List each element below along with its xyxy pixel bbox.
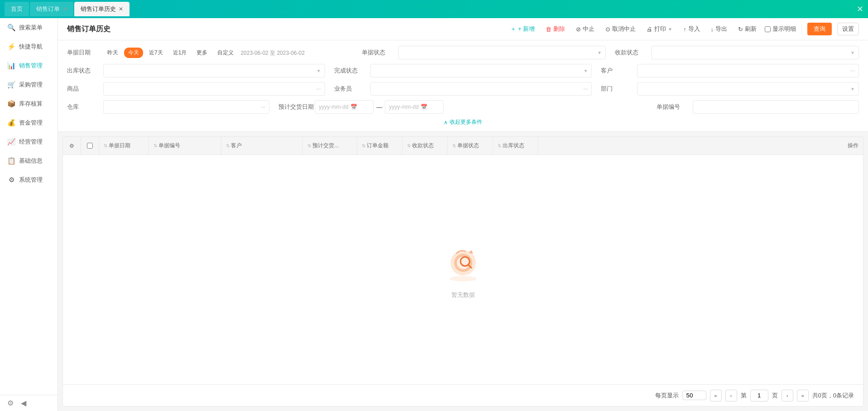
tab-home[interactable]: 首页	[5, 2, 29, 16]
sidebar-item-purchase-mgmt[interactable]: 🛒 采购管理	[0, 75, 58, 94]
tab-sales-order-label: 销售订单	[36, 5, 60, 13]
page-header: 销售订单历史 ＋ + 新增 🗑 删除 ⊘ 中止 ⊙ 取消中止	[58, 18, 868, 40]
out-status-select[interactable]: ▼	[103, 64, 325, 77]
import-icon: ↑	[683, 26, 686, 33]
warehouse-label: 仓库	[67, 103, 103, 111]
stop-label: 中止	[583, 25, 595, 33]
date-btn-more[interactable]: 更多	[192, 48, 211, 58]
order-status-select[interactable]: ▼	[398, 46, 606, 59]
collapse-label: 收起更多条件	[450, 118, 482, 126]
th-order-status[interactable]: ⇅ 单据状态	[448, 137, 493, 155]
product-label: 商品	[67, 85, 103, 93]
new-icon: ＋	[510, 25, 516, 33]
select-all-checkbox[interactable]	[87, 143, 93, 149]
print-icon: 🖨	[647, 26, 652, 33]
import-button[interactable]: ↑ 导入	[681, 23, 703, 35]
content-area: 销售订单历史 ＋ + 新增 🗑 删除 ⊘ 中止 ⊙ 取消中止	[58, 18, 868, 411]
sidebar-stock-mgmt-label: 库存核算	[19, 100, 43, 108]
th-out-status[interactable]: ⇅ 出库状态	[493, 137, 538, 155]
th-date[interactable]: ⇅ 单据日期	[99, 137, 149, 155]
stop-button[interactable]: ⊘ 中止	[573, 23, 597, 35]
complete-status-select[interactable]: ▼	[370, 64, 592, 77]
main-layout: 🔍 搜索菜单 ⚡ 快捷导航 📊 销售管理 🛒 采购管理 📦 库存核算 💰 资金管…	[0, 18, 868, 411]
th-delivery[interactable]: ⇅ 预计交货...	[303, 137, 357, 155]
tab-sales-order-close[interactable]: ✕	[62, 6, 67, 12]
page-label: 第	[741, 392, 747, 400]
total-label: 共0页，0条记录	[812, 392, 854, 400]
print-button[interactable]: 🖨 打印 ▼	[644, 23, 675, 35]
filter-row-2: 出库状态 ▼ 完成状态 ▼ 客户	[67, 64, 859, 77]
refresh-button[interactable]: ↻ 刷新	[735, 23, 759, 35]
prev-page-btn[interactable]: ‹	[725, 390, 737, 401]
cancel-stop-button[interactable]: ⊙ 取消中止	[603, 23, 638, 35]
sidebar-item-stock-mgmt[interactable]: 📦 库存核算	[0, 94, 58, 113]
sidebar-item-basic-info[interactable]: 📋 基础信息	[0, 151, 58, 170]
next-page-btn[interactable]: ›	[782, 390, 793, 401]
dept-arrow-icon: ▼	[850, 87, 855, 92]
date-btn-1month[interactable]: 近1月	[169, 48, 191, 58]
page-size-select[interactable]: 10 20 50 100	[682, 391, 706, 400]
warehouse-input[interactable]: ···	[103, 100, 269, 114]
th-customer[interactable]: ⇅ 客户	[221, 137, 303, 155]
sort-status-icon: ⇅	[452, 143, 456, 148]
page-label-2: 页	[772, 392, 778, 400]
delivery-date-end[interactable]: yyyy-mm-dd 📅	[385, 100, 444, 114]
query-button[interactable]: 查询	[807, 23, 832, 35]
dept-select[interactable]: ▼	[637, 82, 859, 96]
page-input[interactable]	[750, 390, 768, 401]
table-area: ⚙ ⇅ 单据日期 ⇅ 单据编号 ⇅ 客户 ⇅	[62, 136, 863, 406]
settings-button[interactable]: 设置	[837, 23, 859, 35]
receipt-status-select[interactable]: ▼	[651, 46, 859, 59]
sidebar-item-search-menu[interactable]: 🔍 搜索菜单	[0, 18, 58, 37]
first-page-btn[interactable]: «	[710, 390, 722, 401]
th-delivery-label: 预计交货...	[312, 142, 339, 150]
product-input[interactable]: ···	[103, 82, 325, 96]
delete-button[interactable]: 🗑 删除	[543, 23, 568, 35]
tab-sales-order-history-close[interactable]: ✕	[119, 6, 123, 12]
sidebar-settings-icon[interactable]: ⚙	[7, 399, 14, 407]
th-settings[interactable]: ⚙	[63, 137, 81, 155]
delivery-date-start[interactable]: yyyy-mm-dd 📅	[315, 100, 374, 114]
date-btn-custom[interactable]: 自定义	[213, 48, 238, 58]
new-button[interactable]: ＋ + 新增	[508, 23, 537, 35]
customer-input[interactable]: ···	[637, 64, 859, 77]
sidebar-item-sys-mgmt[interactable]: ⚙ 系统管理	[0, 170, 58, 189]
dept-control: ▼	[637, 82, 859, 96]
sidebar-item-ops-mgmt[interactable]: 📈 经营管理	[0, 132, 58, 151]
date-label: 单据日期	[67, 48, 103, 57]
th-operation: 操作	[538, 137, 863, 155]
sidebar-basic-info-label: 基础信息	[19, 157, 43, 165]
sidebar-item-quick-nav[interactable]: ⚡ 快捷导航	[0, 37, 58, 56]
ops-mgmt-icon: 📈	[7, 138, 15, 146]
sidebar-collapse-icon[interactable]: ◀	[21, 399, 26, 407]
sidebar-fund-mgmt-label: 资金管理	[19, 119, 43, 127]
window-close-btn[interactable]: ✕	[857, 4, 863, 14]
export-button[interactable]: ↓ 导出	[708, 23, 730, 35]
stop-icon: ⊘	[576, 26, 581, 33]
display-toggle-checkbox[interactable]	[765, 26, 771, 32]
delete-label: 删除	[553, 25, 565, 33]
tab-sales-order-history[interactable]: 销售订单历史 ✕	[74, 2, 129, 16]
date-btn-today[interactable]: 今天	[124, 48, 143, 58]
collapse-more[interactable]: ∧ 收起更多条件	[67, 118, 859, 126]
order-no-input[interactable]	[693, 100, 859, 114]
sort-receipt-icon: ⇅	[407, 143, 411, 148]
th-order[interactable]: ⇅ 单据编号	[149, 137, 221, 155]
settings-gear-icon: ⚙	[69, 143, 74, 149]
sales-person-input[interactable]: ···	[370, 82, 592, 96]
date-btn-7days[interactable]: 近7天	[145, 48, 167, 58]
th-checkbox[interactable]	[81, 137, 99, 155]
sidebar-item-sales-mgmt[interactable]: 📊 销售管理	[0, 56, 58, 75]
last-page-btn[interactable]: »	[797, 390, 809, 401]
sidebar-item-fund-mgmt[interactable]: 💰 资金管理	[0, 113, 58, 132]
empty-text: 暂无数据	[451, 291, 475, 299]
tab-sales-order[interactable]: 销售订单 ✕	[30, 2, 73, 16]
th-receipt-status[interactable]: ⇅ 收款状态	[403, 137, 448, 155]
date-btn-yesterday[interactable]: 昨天	[103, 48, 122, 58]
out-status-arrow-icon: ▼	[317, 68, 321, 73]
date-separator: —	[376, 104, 382, 111]
display-toggle[interactable]: 显示明细	[765, 25, 796, 33]
calendar-end-icon: 📅	[421, 104, 427, 110]
th-amount[interactable]: ⇅ 订单金额	[357, 137, 403, 155]
date-quick-btns: 昨天 今天 近7天 近1月 更多 自定义	[103, 48, 238, 58]
